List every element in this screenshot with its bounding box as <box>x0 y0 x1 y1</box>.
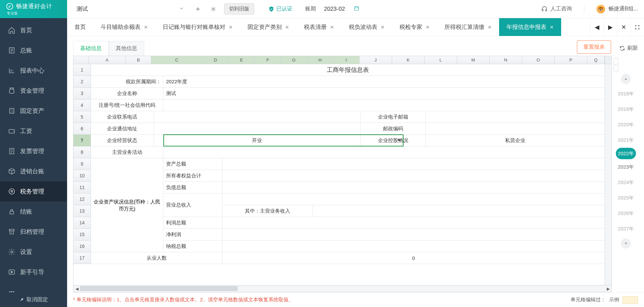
tab-close-icon[interactable]: ✕ <box>330 25 334 30</box>
tab[interactable]: 斗目辅助余额表✕ <box>93 18 155 36</box>
tab-close-icon[interactable]: ✕ <box>285 25 289 30</box>
tab-close-icon[interactable]: ✕ <box>144 25 148 30</box>
cell-value[interactable] <box>222 229 605 240</box>
tabs-prev-button[interactable]: ◀ <box>590 18 604 36</box>
user-menu[interactable]: 🐯 畅捷通B组... <box>596 5 638 13</box>
col-header-M[interactable]: M <box>457 56 490 64</box>
tab[interactable]: 税负波动表✕ <box>341 18 392 36</box>
nav-tax[interactable]: 税务管理 <box>0 181 67 202</box>
col-header-I[interactable]: I <box>333 56 360 64</box>
cell-label[interactable]: 税款所属期间： <box>91 76 163 87</box>
cell-label[interactable]: 企业控股情况 <box>361 135 426 146</box>
col-header-A[interactable]: A <box>89 56 126 64</box>
cell-label[interactable]: 注册号/统一社会信用代码 <box>91 99 163 111</box>
cell-value[interactable]: 私营企业 <box>426 135 605 146</box>
select-all-corner[interactable] <box>73 56 89 64</box>
tab[interactable]: 首页 <box>67 18 93 36</box>
row-header[interactable]: 5 <box>73 111 91 123</box>
company-select[interactable]: 测试 <box>73 3 187 15</box>
cell-group-label[interactable]: 企业资产状况信息(币种：人民币万元) <box>91 158 163 252</box>
row-header[interactable]: 7 <box>73 135 91 146</box>
row-header[interactable]: 16 <box>73 240 91 252</box>
switch-old-version-button[interactable]: 切到旧版 <box>224 3 254 14</box>
cell-label[interactable]: 企业联系电话 <box>91 111 154 123</box>
cell-value[interactable] <box>154 123 361 134</box>
cell-label[interactable]: 邮政编码 <box>361 123 426 134</box>
cell-value[interactable] <box>222 240 605 252</box>
col-header-J[interactable]: J <box>360 56 392 64</box>
tab-close-icon[interactable]: ✕ <box>426 25 430 30</box>
cell-label[interactable]: 所有者权益合计 <box>163 170 222 181</box>
years-down-button[interactable] <box>621 238 631 249</box>
cell-value[interactable] <box>163 99 605 111</box>
tab[interactable]: 所得税汇算清缴✕ <box>437 18 499 36</box>
tab[interactable]: 税检专家✕ <box>392 18 437 36</box>
horizontal-scrollbar[interactable]: ◀ ▶ <box>73 285 611 292</box>
cell-label[interactable]: 从业人数 <box>91 252 222 264</box>
row-header[interactable]: 13 <box>73 205 91 217</box>
subtab-other-info[interactable]: 其他信息 <box>109 41 144 56</box>
col-header-B[interactable]: B <box>126 56 151 64</box>
nav-closing[interactable]: 结账 <box>0 202 67 222</box>
cell-label[interactable]: 企业通信地址 <box>91 123 154 134</box>
cell-label[interactable]: 纳税总额 <box>163 240 222 252</box>
cell-label[interactable]: 营业总收入 <box>163 193 222 217</box>
col-header-D[interactable]: D <box>203 56 229 64</box>
row-header[interactable]: 6 <box>73 123 91 135</box>
cell-value-status[interactable]: 开业 <box>154 135 361 146</box>
cell-value[interactable] <box>222 182 605 193</box>
year-item[interactable]: 2018年 <box>616 86 636 101</box>
tab-close-icon[interactable]: ✕ <box>550 25 554 30</box>
col-header-K[interactable]: K <box>392 56 425 64</box>
row-header[interactable]: 17 <box>73 252 91 264</box>
cell-value[interactable] <box>426 111 605 123</box>
rail-collapse-button[interactable]: ‹ <box>613 58 618 72</box>
col-header-E[interactable]: E <box>229 56 255 64</box>
year-item[interactable]: 2025年 <box>616 190 636 206</box>
cell-label[interactable]: 企业经营状态 <box>91 135 154 146</box>
row-header[interactable]: 9 <box>73 158 91 170</box>
nav-funds[interactable]: 资金管理 <box>0 81 67 101</box>
year-item[interactable]: 2020年 <box>616 117 636 132</box>
years-up-button[interactable] <box>621 74 631 84</box>
tab[interactable]: 年报信息申报表✕ <box>499 18 561 36</box>
row-header[interactable]: 8 <box>73 146 91 158</box>
nav-salary[interactable]: 工资 <box>0 121 67 141</box>
tab-close-icon[interactable]: ✕ <box>381 25 385 30</box>
vertical-scrollbar[interactable] <box>605 64 611 285</box>
unpin-button[interactable]: 取消固定 <box>0 292 67 307</box>
nav-invoice[interactable]: 发票管理 <box>0 141 67 161</box>
col-header-Q[interactable]: Q <box>587 56 605 64</box>
year-item[interactable]: 2019年 <box>616 101 636 117</box>
col-header-H[interactable]: H <box>307 56 333 64</box>
scroll-right-button[interactable]: ▶ <box>605 286 611 292</box>
col-header-L[interactable]: L <box>425 56 457 64</box>
nav-home[interactable]: 首页 <box>0 20 67 40</box>
nav-archive[interactable]: 归档管理 <box>0 222 67 242</box>
year-item[interactable]: 2027年 <box>616 221 636 236</box>
nav-ledger[interactable]: 总账 <box>0 40 67 60</box>
col-header-F[interactable]: F <box>255 56 281 64</box>
year-item[interactable]: 2024年 <box>616 175 636 190</box>
period-picker-button[interactable] <box>354 5 360 13</box>
col-header-G[interactable]: G <box>281 56 307 64</box>
tab-close-icon[interactable]: ✕ <box>229 25 233 30</box>
nav-reports[interactable]: 报表中心 <box>0 60 67 81</box>
nav-inventory[interactable]: 进销台账 <box>0 161 67 181</box>
year-item[interactable]: 2023年 <box>616 159 636 175</box>
col-header-C[interactable]: C <box>151 56 202 64</box>
col-header-O[interactable]: O <box>522 56 555 64</box>
col-header-P[interactable]: P <box>555 56 587 64</box>
grid-body[interactable]: 1工商年报信息表 2税款所属期间：2022年度 3企业名称测试 4注册号/统一社… <box>73 64 605 285</box>
refresh-button[interactable]: 刷新 <box>619 45 638 52</box>
fullscreen-button[interactable] <box>631 18 644 36</box>
tabs-next-button[interactable]: ▶ <box>604 18 617 36</box>
cell-value[interactable] <box>313 205 605 217</box>
tab[interactable]: 固定资产类别✕ <box>240 18 297 36</box>
tab[interactable]: 税表清册✕ <box>297 18 341 36</box>
support-button[interactable]: 人工咨询 <box>541 5 572 12</box>
subtab-basic-info[interactable]: 基础信息 <box>73 41 109 56</box>
cell-label[interactable]: 利润总额 <box>163 217 222 228</box>
cell-value[interactable] <box>163 146 605 158</box>
cell-label[interactable]: 负债总额 <box>163 182 222 193</box>
